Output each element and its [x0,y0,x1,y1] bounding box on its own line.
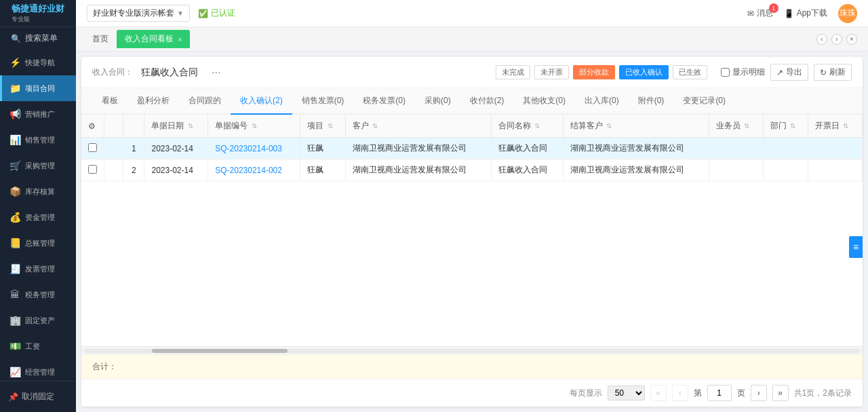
first-page-button[interactable]: « [650,385,667,401]
tab-payment[interactable]: 收付款(2) [460,88,514,115]
tab-change-log[interactable]: 变更记录(0) [673,88,735,115]
cell-billing-customer: 湖南卫视商业运营发展有限公司 [563,138,709,160]
th-date[interactable]: 单据日期 ⇅ [144,115,208,138]
sidebar-item-label: 项目合同 [25,83,55,94]
th-project[interactable]: 项目 ⇅ [300,115,345,138]
sidebar-item-quick-nav[interactable]: ⚡ 快捷导航 [0,50,76,75]
th-customer[interactable]: 客户 ⇅ [345,115,491,138]
cell-check[interactable] [104,138,123,160]
sidebar-search[interactable]: 🔍 搜索菜单 [0,27,76,50]
page-size-select[interactable]: 50 20 100 [608,386,645,400]
avatar[interactable]: 珠珠 [838,4,857,23]
cell-billing-customer: 湖南卫视商业运营发展有限公司 [563,160,709,181]
doc-number-link[interactable]: SQ-20230214-003 [215,144,282,153]
th-salesperson[interactable]: 业务员 ⇅ [709,115,763,138]
status-effective[interactable]: 已生效 [673,65,707,79]
horizontal-scrollbar[interactable] [81,346,863,354]
app-logo: 畅捷通好业财 专业版 [0,0,76,27]
cell-gear[interactable] [81,160,104,181]
income-contract-tab[interactable]: 收入合同看板 × [117,30,190,48]
quick-nav-icon: ⚡ [9,56,21,69]
status-not-complete[interactable]: 未完成 [496,65,530,79]
th-department[interactable]: 部门 ⇅ [763,115,808,138]
sidebar-item-funds[interactable]: 💰 资金管理 [0,204,76,230]
sidebar-item-general[interactable]: 📒 总账管理 [0,230,76,256]
tab-warehouse[interactable]: 出入库(0) [575,88,629,115]
cell-department [763,160,808,181]
th-billing-customer[interactable]: 结算客户 ⇅ [563,115,709,138]
tab-purchase[interactable]: 采购(0) [415,88,460,115]
table-row[interactable]: 1 2023-02-14 SQ-20230214-003 狂飙 湖南卫视商业运营… [81,138,863,160]
doc-number-link[interactable]: SQ-20230214-002 [215,166,282,175]
status-not-invoiced[interactable]: 未开票 [534,65,569,79]
nav-prev-button[interactable]: ‹ [816,34,827,45]
tax-icon: 🏛 [9,288,21,301]
tab-other-income[interactable]: 其他收支(0) [513,88,575,115]
content-tabs: 看板 盈利分析 合同跟的 收入确认(2) 销售发票(0) 税务发票(0) 采购(… [81,88,863,115]
cell-invoice-date [808,138,862,160]
status-income-confirmed[interactable]: 已收入确认 [619,65,669,79]
more-options-button[interactable]: ··· [212,67,220,79]
company-selector[interactable]: 好业财专业版演示帐套 ▼ [87,5,190,22]
sidebar-item-sales[interactable]: 📊 销售管理 [0,127,76,153]
side-panel-toggle[interactable]: ≡ [849,236,863,258]
contract-header-prefix: 收入合同： [92,67,133,78]
sidebar-item-operations[interactable]: 📈 经营管理 [0,359,76,381]
cell-number[interactable]: SQ-20230214-003 [208,138,300,160]
th-number[interactable]: 单据编号 ⇅ [208,115,300,138]
sidebar-item-tax[interactable]: 🏛 税务管理 [0,282,76,307]
table-row[interactable]: 2 2023-02-14 SQ-20230214-002 狂飙 湖南卫视商业运营… [81,160,863,181]
project-icon: 📁 [9,82,21,94]
th-gear[interactable]: ⚙ [81,115,104,138]
table-footer: 合计： [81,354,863,379]
sidebar-item-label: 采购管理 [25,161,55,171]
page-unit: 页 [737,388,745,399]
show-detail-checkbox[interactable] [721,68,730,77]
status-partial-payment[interactable]: 部分收款 [573,65,615,79]
row-checkbox[interactable] [88,165,97,174]
sidebar-item-assets[interactable]: 🏢 固定资产 [0,307,76,333]
tab-tracking[interactable]: 合同跟的 [179,88,231,115]
sidebar-item-inventory[interactable]: 📦 库存核算 [0,179,76,204]
sidebar-item-project[interactable]: 📁 项目合同 [0,75,76,101]
sidebar-item-marketing[interactable]: 📢 营销推广 [0,101,76,127]
app-download-action[interactable]: 📱 App下载 [784,7,827,19]
data-table: ⚙ 单据日期 ⇅ 单据编号 ⇅ 项目 ⇅ 客户 ⇅ 合同名称 ⇅ 结算客户 ⇅ … [81,115,863,181]
topbar-actions: ✉ 消息 1 📱 App下载 珠珠 [747,4,857,23]
export-icon: ↗ [776,68,783,77]
sidebar-item-purchase[interactable]: 🛒 采购管理 [0,153,76,179]
close-button[interactable]: × [846,34,857,45]
tab-income-confirm[interactable]: 收入确认(2) [231,88,292,115]
tab-kanban[interactable]: 看板 [92,88,127,115]
next-page-button[interactable]: › [751,385,767,401]
content-wrapper: ⚙ 单据日期 ⇅ 单据编号 ⇅ 项目 ⇅ 客户 ⇅ 合同名称 ⇅ 结算客户 ⇅ … [81,115,863,379]
unpin-button[interactable]: 📌 取消固定 [5,387,71,407]
tab-tax-invoice[interactable]: 税务发票(0) [353,88,415,115]
nav-next-button[interactable]: › [831,34,842,45]
cell-invoice-date [808,160,862,181]
tab-profit[interactable]: 盈利分析 [127,88,179,115]
tab-sales-invoice[interactable]: 销售发票(0) [292,88,354,115]
cell-number[interactable]: SQ-20230214-002 [208,160,300,181]
last-page-button[interactable]: » [772,385,789,401]
tab-close-icon[interactable]: × [178,35,182,43]
total-info: 共1页，2条记录 [794,388,852,399]
prev-page-button[interactable]: ‹ [672,385,688,401]
sidebar-item-invoice[interactable]: 🧾 发票管理 [0,256,76,282]
sidebar-nav: 📁 项目合同 📢 营销推广 📊 销售管理 🛒 采购管理 📦 库存核算 💰 资金管… [0,75,76,381]
cell-gear[interactable] [81,138,104,160]
th-invoice-date[interactable]: 开票日 ⇅ [808,115,862,138]
th-contract-name[interactable]: 合同名称 ⇅ [491,115,563,138]
page-number-input[interactable] [707,385,732,401]
home-tab[interactable]: 首页 [87,31,114,48]
message-action[interactable]: ✉ 消息 1 [747,7,773,19]
export-button[interactable]: ↗ 导出 [770,64,808,81]
refresh-button[interactable]: ↻ 刷新 [814,64,852,81]
scroll-thumb[interactable] [152,349,288,353]
cell-check[interactable] [104,160,123,181]
app-download-label: App下载 [797,7,827,19]
contract-header: 收入合同： 狂飙收入合同 ··· 未完成 未开票 部分收款 已收入确认 已生效 … [81,57,863,88]
sidebar-item-labor[interactable]: 💵 工资 [0,333,76,359]
row-checkbox[interactable] [88,143,97,152]
tab-attachment[interactable]: 附件(0) [629,88,674,115]
